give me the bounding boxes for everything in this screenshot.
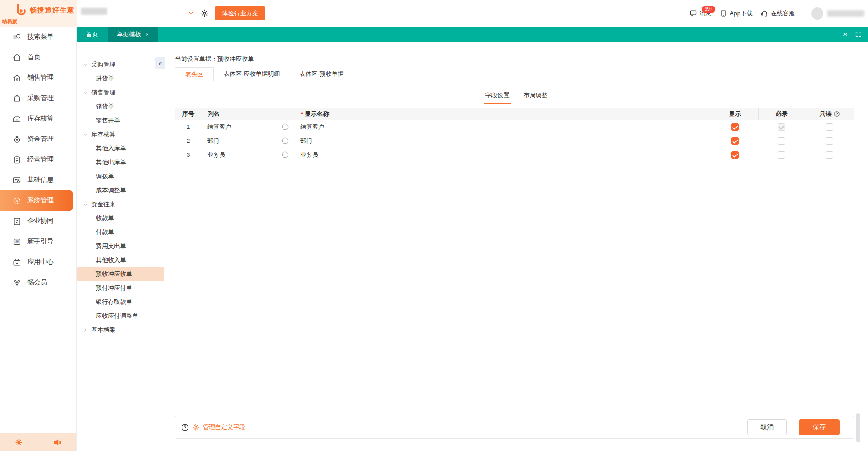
logo-block: 畅捷通好生意 精易版: [0, 0, 77, 27]
collapse-panel-button[interactable]: «: [155, 57, 165, 69]
sub-tab[interactable]: 字段设置: [484, 89, 511, 104]
show-checkbox[interactable]: [731, 123, 739, 131]
base-info-icon: [13, 176, 21, 185]
tree-item-label: 进货单: [96, 74, 114, 83]
sidebar-item[interactable]: 销售管理: [0, 67, 76, 88]
cell-name: 结算客户: [202, 120, 295, 134]
sidebar-item[interactable]: 库存核算: [0, 108, 76, 129]
tree-item[interactable]: 预付冲应付单: [77, 281, 164, 295]
save-button[interactable]: 保存: [799, 419, 840, 435]
avatar: [811, 7, 823, 20]
tree-item[interactable]: 零售开单: [77, 114, 164, 128]
add-field-icon[interactable]: [281, 123, 289, 131]
tree-group[interactable]: 采购管理: [77, 58, 164, 72]
user-account[interactable]: [811, 7, 864, 20]
sidebar-item[interactable]: 资金管理: [0, 129, 76, 149]
tree-item-label: 成本调整单: [96, 186, 126, 195]
tree-item[interactable]: 其他出库单: [77, 155, 164, 169]
experience-solution-button[interactable]: 体验行业方案: [215, 6, 265, 20]
tree-group[interactable]: 资金往来: [77, 197, 164, 211]
table-row: 2部门部门: [175, 134, 854, 148]
readonly-checkbox[interactable]: [826, 137, 833, 145]
readonly-checkbox[interactable]: [826, 123, 833, 131]
tree-item[interactable]: 费用支出单: [77, 239, 164, 253]
tree-item[interactable]: 其他收入单: [77, 253, 164, 267]
doc-tab[interactable]: 表体区-应收单据明细: [214, 67, 289, 81]
sidebar-item[interactable]: 企业协同: [0, 211, 76, 231]
sidebar-item-label: 系统管理: [27, 196, 54, 205]
show-checkbox[interactable]: [731, 151, 739, 159]
table-row: 1结算客户结算客户: [175, 120, 854, 134]
sidebar-item[interactable]: 采购管理: [0, 88, 76, 108]
tree-item-label: 预收冲应收单: [96, 270, 132, 278]
show-checkbox[interactable]: [731, 137, 739, 145]
home-icon: [13, 53, 21, 62]
sales-icon: [13, 74, 21, 82]
doc-tab[interactable]: 表头区: [175, 67, 214, 81]
manage-custom-fields-link[interactable]: 管理自定义字段: [203, 423, 245, 431]
sidebar-item[interactable]: 搜索菜单: [0, 27, 76, 47]
field-settings-table: 序号 列名 * 显示名称 显示 必录 只读 1结算客户结算客户2部门部门3业务员…: [175, 108, 854, 162]
close-tab-icon[interactable]: ×: [145, 31, 149, 38]
sidebar-item[interactable]: 基础信息: [0, 170, 76, 190]
add-field-icon[interactable]: [281, 151, 289, 159]
tree-item[interactable]: 进货单: [77, 72, 164, 86]
scrollbar-thumb[interactable]: [856, 413, 860, 442]
required-checkbox[interactable]: [778, 151, 785, 159]
help-question-icon[interactable]: [181, 424, 189, 431]
required-checkbox[interactable]: [778, 123, 785, 131]
workspace-tabbar: 首页单据模板× ×: [77, 27, 868, 42]
tree-item[interactable]: 调拨单: [77, 169, 164, 183]
tree-item[interactable]: 收款单: [77, 211, 164, 225]
cell-display-name[interactable]: 部门: [295, 134, 712, 148]
app-header: 畅捷通好生意 精易版 体验行业方案 消息 99+ App下载: [0, 0, 868, 27]
tree-group[interactable]: 基本档案: [77, 323, 164, 337]
tree-item[interactable]: 预收冲应收单: [77, 267, 164, 281]
tree-item[interactable]: 银行存取款单: [77, 295, 164, 309]
messages-button[interactable]: 消息 99+: [689, 9, 712, 18]
column-header-name: 列名: [202, 108, 295, 120]
cancel-button[interactable]: 取消: [747, 419, 787, 435]
tree-item-label: 其他收入单: [96, 256, 126, 264]
tree-item[interactable]: 付款单: [77, 225, 164, 239]
cell-display-name[interactable]: 业务员: [295, 148, 712, 162]
sidebar-item[interactable]: 系统管理: [0, 190, 73, 211]
tree-item[interactable]: 其他入库单: [77, 141, 164, 155]
doc-tab[interactable]: 表体区-预收单据: [289, 67, 353, 81]
tree-item[interactable]: 应收应付调整单: [77, 309, 164, 323]
tree-item[interactable]: 销货单: [77, 100, 164, 114]
column-header-no: 序号: [175, 108, 202, 120]
sidebar-item[interactable]: 畅会员: [0, 272, 76, 293]
mute-speaker-icon[interactable]: [54, 438, 61, 446]
readonly-help-icon[interactable]: [834, 111, 840, 117]
workspace-select[interactable]: [80, 6, 195, 20]
current-doc-line: 当前设置单据：预收冲应收单: [175, 55, 254, 63]
fullscreen-icon[interactable]: [855, 31, 862, 38]
manage-fields-gear-icon: [192, 424, 200, 431]
cell-display-name[interactable]: 结算客户: [295, 120, 712, 134]
tree-item-label: 付款单: [96, 228, 114, 236]
required-checkbox[interactable]: [778, 137, 785, 145]
tabbar-tab[interactable]: 单据模板×: [108, 27, 158, 42]
tree-item-label: 预付冲应付单: [96, 284, 132, 292]
sidebar-item[interactable]: 首页: [0, 47, 76, 67]
sub-tab[interactable]: 布局调整: [523, 89, 549, 104]
column-header-required: 必录: [758, 108, 805, 120]
readonly-checkbox[interactable]: [826, 151, 833, 159]
sidebar-item[interactable]: 新新手引导: [0, 231, 76, 252]
sidebar-item[interactable]: 经营管理: [0, 149, 76, 170]
tree-group[interactable]: 库存核算: [77, 128, 164, 141]
column-header-display: * 显示名称: [295, 108, 712, 120]
online-service-button[interactable]: 在线客服: [760, 9, 795, 18]
tree-item[interactable]: 成本调整单: [77, 183, 164, 197]
sidebar-item[interactable]: 应用中心: [0, 252, 76, 272]
add-field-icon[interactable]: [281, 137, 289, 145]
tabbar-tab[interactable]: 首页: [77, 27, 108, 42]
app-download-button[interactable]: App下载: [720, 9, 753, 18]
column-header-readonly: 只读: [805, 108, 854, 120]
footer-gear-icon[interactable]: [15, 438, 23, 446]
settings-gear-icon[interactable]: [200, 9, 209, 18]
tree-group[interactable]: 销售管理: [77, 86, 164, 100]
chevron-down-icon: [83, 90, 88, 95]
close-all-icon[interactable]: ×: [843, 30, 848, 38]
